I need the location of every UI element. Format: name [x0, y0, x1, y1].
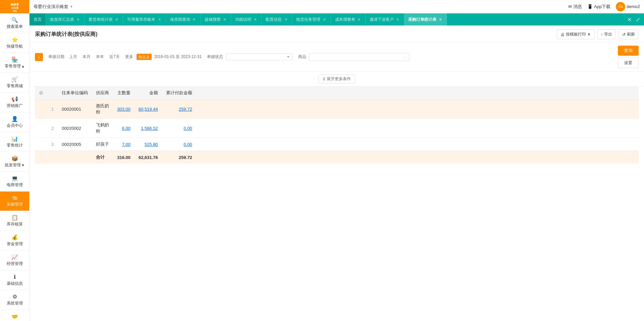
- row3-supplier-code: 00020005: [58, 138, 92, 151]
- sidebar-item-member-center[interactable]: 👤 会员中心: [0, 112, 29, 132]
- date-range-display: 2016-01-01 至 2023-12-31: [154, 54, 202, 60]
- row2-quantity[interactable]: 6.00: [113, 119, 135, 138]
- sidebar-item-basic-label: 基础信息: [7, 281, 23, 286]
- sidebar-item-retail-mgmt[interactable]: 🏪 零售管理 ▲: [0, 53, 29, 73]
- tab-pick-task[interactable]: 拣货任务管理 ×: [292, 13, 331, 25]
- row1-amount[interactable]: 60,519.44: [135, 100, 162, 119]
- goods-input[interactable]: ···: [309, 53, 410, 61]
- tab-config[interactable]: 配置信息 ×: [262, 13, 292, 25]
- custom-date-tag[interactable]: 自定义: [137, 54, 152, 60]
- sidebar-item-ecommerce[interactable]: 💻 电商管理: [0, 172, 29, 192]
- refresh-label: 刷新: [627, 32, 635, 37]
- row1-quantity[interactable]: 303.00: [113, 100, 135, 119]
- date-filter-label: 单据日期: [48, 54, 64, 60]
- tab-cost-adjust[interactable]: 成本调整单 ×: [331, 13, 366, 25]
- sidebar-item-retail-stats[interactable]: 📊 零售统计: [0, 132, 29, 152]
- sidebar-item-marketing[interactable]: 📢 营销推广: [0, 93, 29, 112]
- row1-paid-amount[interactable]: 259.72: [162, 100, 196, 119]
- settings-btn[interactable]: 设置: [618, 58, 639, 68]
- sidebar-item-basic-info[interactable]: ℹ 基础信息: [0, 270, 29, 290]
- sidebar-item-finance[interactable]: 💰 资金管理: [0, 231, 29, 251]
- sidebar-item-operation-label: 经营管理: [7, 261, 23, 267]
- shortcut-this-month[interactable]: 本月: [80, 53, 93, 60]
- tab-purchase-summary[interactable]: 采购订单统计表 ×: [404, 13, 447, 25]
- user-profile-btn[interactable]: Ea demo2: [616, 2, 640, 11]
- tab-function-desc[interactable]: 功能说明 ×: [231, 13, 262, 25]
- tab-expiry[interactable]: 保质期查询 ×: [166, 13, 201, 25]
- sidebar-item-operation[interactable]: 📈 经营管理: [0, 251, 29, 270]
- tab-expiry-close[interactable]: ×: [192, 17, 196, 22]
- tab-order-close[interactable]: ×: [115, 17, 119, 22]
- message-btn[interactable]: ✉ 消息: [568, 4, 582, 10]
- footer-extra: [196, 151, 639, 164]
- query-btn[interactable]: 查询: [618, 46, 639, 56]
- footer-paid-amount: 259.72: [162, 151, 196, 164]
- workspace-dropdown[interactable]: 母婴行业演示账套 ▼: [34, 4, 73, 10]
- status-select[interactable]: ▼: [226, 53, 293, 60]
- tab-excess-close[interactable]: ×: [223, 17, 227, 22]
- col-extra: [196, 87, 639, 100]
- workspace-label: 母婴行业演示账套: [34, 4, 68, 10]
- sidebar-item-system[interactable]: ⚙ 系统管理: [0, 290, 29, 310]
- tab-config-label: 配置信息: [266, 17, 282, 22]
- tab-available-stock[interactable]: 可用量库存账本 ×: [123, 13, 166, 25]
- tab-purchase-close[interactable]: ×: [438, 17, 442, 22]
- tabs-maximize-btn[interactable]: ⤢: [634, 16, 641, 23]
- tab-excess-warning[interactable]: 超储预警 ×: [201, 13, 231, 25]
- shortcut-more[interactable]: 更多: [123, 53, 135, 60]
- tab-available-close[interactable]: ×: [157, 17, 161, 22]
- shortcut-7days[interactable]: 近7天: [107, 53, 122, 60]
- search-icon: 🔍: [11, 17, 18, 23]
- col-paid-amount: 累计付款金额: [162, 87, 196, 100]
- status-filter-label: 单据状态: [207, 54, 223, 60]
- info-icon: ℹ: [14, 274, 16, 280]
- print-dropdown-icon: ▼: [587, 33, 591, 36]
- template-print-btn[interactable]: 🖨 按模板打印 ▼: [557, 30, 594, 39]
- col-settings-icon[interactable]: ⚙: [39, 90, 43, 96]
- date-shortcuts: 上月 本月 本年 近7天 更多 自定义: [67, 53, 152, 60]
- tab-cost-close[interactable]: ×: [357, 17, 361, 22]
- tab-invite-close[interactable]: ×: [396, 17, 400, 22]
- app-download-btn[interactable]: 📱 App下载: [587, 4, 610, 10]
- sidebar-item-retail-mall[interactable]: 🛒 零售商城: [0, 73, 29, 93]
- row2-paid-amount[interactable]: 0.00: [162, 119, 196, 138]
- row3-paid-amount[interactable]: 0.00: [162, 138, 196, 151]
- finance-icon: 💰: [11, 234, 18, 240]
- sidebar-item-system-label: 系统管理: [7, 301, 23, 306]
- tab-config-close[interactable]: ×: [284, 17, 288, 22]
- expand-conditions-btn[interactable]: ⊻ 展开更多条件: [318, 74, 355, 84]
- row2-amount[interactable]: 1,586.52: [135, 119, 162, 138]
- col-amount: 金额: [135, 87, 162, 100]
- star-icon: ⭐: [11, 37, 18, 43]
- shortcut-last-month[interactable]: 上月: [67, 53, 79, 60]
- sidebar-item-stock-check[interactable]: 📋 库存核算: [0, 211, 29, 231]
- retail-icon: 🏪: [11, 56, 18, 63]
- ecommerce-icon: 💻: [11, 175, 18, 181]
- tab-collection-summary[interactable]: 收发存汇总表 ×: [46, 13, 85, 25]
- tab-function-label: 功能说明: [235, 17, 251, 22]
- filter-toggle-btn[interactable]: ›: [35, 53, 43, 61]
- print-icon: 🖨: [560, 32, 565, 37]
- tab-function-close[interactable]: ×: [253, 17, 257, 22]
- sidebar-item-enterprise-collab[interactable]: 🤝 企业协同: [0, 310, 29, 321]
- tab-pick-close[interactable]: ×: [322, 17, 326, 22]
- row3-amount[interactable]: 525.80: [135, 138, 162, 151]
- tab-home-label: 首页: [34, 17, 42, 22]
- tab-home[interactable]: 首页: [30, 13, 46, 25]
- sidebar-item-quick-nav[interactable]: ⭐ 快捷导航: [0, 33, 29, 53]
- tabs-close-all-btn[interactable]: ✕: [626, 16, 633, 23]
- sidebar-item-search[interactable]: 🔍 搜索菜单: [0, 13, 29, 33]
- top-bar: 母婴行业演示账套 ▼ ✉ 消息 📱 App下载 Ea demo2: [30, 0, 644, 13]
- tab-order-summary[interactable]: 要货单统计表 ×: [85, 13, 123, 25]
- export-btn[interactable]: ↑ 导出: [597, 30, 616, 39]
- refresh-btn[interactable]: ↺ 刷新: [619, 30, 639, 39]
- row3-quantity[interactable]: 7.00: [113, 138, 135, 151]
- sidebar-item-purchase-mgmt[interactable]: 🛍 采购管理: [0, 192, 29, 211]
- sidebar-item-wholesale-mgmt[interactable]: 📦 批发管理 ▼: [0, 152, 29, 172]
- shortcut-this-year[interactable]: 本年: [94, 53, 106, 60]
- tab-invite[interactable]: 邀请下游客户 ×: [366, 13, 404, 25]
- expand-label: 展开更多条件: [327, 76, 351, 82]
- row2-supplier-code: 00020002: [58, 119, 92, 138]
- page-header: 采购订单统计表(按供应商) 🖨 按模板打印 ▼ ↑ 导出 ↺ 刷新: [30, 25, 644, 42]
- tab-collection-close[interactable]: ×: [76, 17, 80, 22]
